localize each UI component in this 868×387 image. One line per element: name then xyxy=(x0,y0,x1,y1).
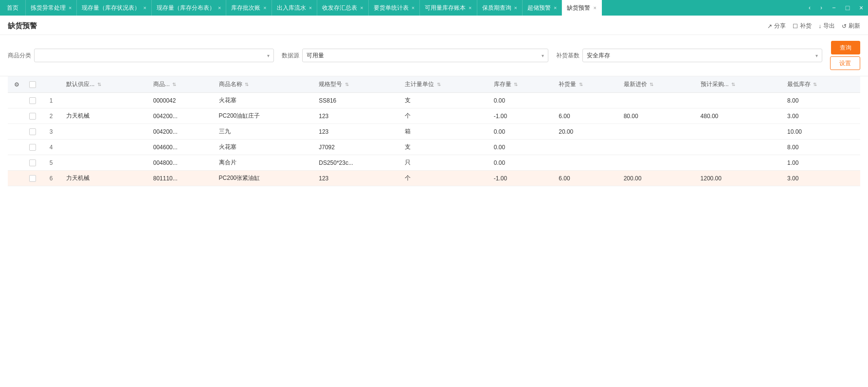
col-header-code[interactable]: 商品... ⇅ xyxy=(149,76,215,93)
row-supplier-cell: 力天机械 xyxy=(62,108,149,124)
replenish-base-select[interactable]: 安全库存 ▾ xyxy=(582,49,822,62)
settings-button[interactable]: 设置 xyxy=(830,56,860,70)
row-name-cell: 离合片 xyxy=(215,155,315,171)
row-gear-cell xyxy=(8,140,25,155)
tab-close-7[interactable]: × xyxy=(412,5,415,11)
query-button[interactable]: 查询 xyxy=(831,41,860,54)
category-select[interactable]: ▾ xyxy=(34,49,274,62)
sort-icon-supplier: ⇅ xyxy=(97,82,101,87)
row-code-cell: 801110... xyxy=(149,171,215,186)
gear-icon: ⚙ xyxy=(14,81,19,88)
col-header-supplier[interactable]: 默认供应... ⇅ xyxy=(62,76,149,93)
header-actions: ↗ 分享 ☐ 补货 ↓ 导出 ↺ 刷新 xyxy=(767,22,860,30)
row-checkbox-4[interactable] xyxy=(29,159,36,166)
tab-label-4: 库存批次账 xyxy=(231,4,260,12)
tab-close-2[interactable]: × xyxy=(143,5,146,11)
col-header-name[interactable]: 商品名称 ⇅ xyxy=(215,76,315,93)
replenish-button[interactable]: ☐ 补货 xyxy=(793,22,812,30)
col-header-latest-price[interactable]: 最新进价 ⇅ xyxy=(620,76,697,93)
tab-nav-left[interactable]: ‹ xyxy=(804,0,815,16)
minimize-button[interactable]: － xyxy=(827,0,841,16)
tab-nav-right[interactable]: › xyxy=(815,0,827,16)
row-check-cell xyxy=(25,124,40,140)
refresh-button[interactable]: ↺ 刷新 xyxy=(842,22,860,30)
col-header-replenish[interactable]: 补货量 ⇅ xyxy=(555,76,619,93)
check-all-checkbox[interactable] xyxy=(29,81,36,88)
tab-home[interactable]: 首页 xyxy=(0,0,26,16)
table-row: 4004600...火花塞J7092支0.008.00 xyxy=(8,140,860,155)
tab-close-3[interactable]: × xyxy=(218,5,221,11)
replenish-base-label: 补货基数 xyxy=(556,52,579,60)
col-header-gear[interactable]: ⚙ xyxy=(8,76,25,93)
sort-icon-name: ⇅ xyxy=(245,82,249,87)
row-spec-cell: J7092 xyxy=(315,140,401,155)
share-button[interactable]: ↗ 分享 xyxy=(767,22,786,30)
tab-item-1[interactable]: 拣货异常处理 × xyxy=(26,0,77,16)
replenish-label: 补货 xyxy=(800,22,812,30)
tab-close-4[interactable]: × xyxy=(263,5,266,11)
tab-item-9[interactable]: 保质期查询 × xyxy=(477,0,523,16)
col-estimated-label: 预计采购... xyxy=(701,81,729,88)
row-num-cell: 5 xyxy=(40,155,62,171)
close-window-icon: × xyxy=(859,4,863,12)
row-name-cell: PC200油缸庄子 xyxy=(215,108,315,124)
col-header-min-stock[interactable]: 最低库存 ⇅ xyxy=(783,76,860,93)
row-checkbox-1[interactable] xyxy=(29,113,36,120)
tab-close-11[interactable]: × xyxy=(593,5,596,11)
row-spec-cell: 123 xyxy=(315,124,401,140)
tab-close-10[interactable]: × xyxy=(554,5,557,11)
row-code-cell: 004800... xyxy=(149,155,215,171)
tab-close-6[interactable]: × xyxy=(360,5,363,11)
row-check-cell xyxy=(25,108,40,124)
col-header-estimated[interactable]: 预计采购... ⇅ xyxy=(697,76,783,93)
export-button[interactable]: ↓ 导出 xyxy=(818,22,835,30)
tab-item-3[interactable]: 现存量（库存分布表） × xyxy=(152,0,226,16)
datasource-filter: 数据源 可用量 ▾ xyxy=(282,49,548,62)
col-header-unit[interactable]: 主计量单位 ⇅ xyxy=(401,76,489,93)
filter-bar: 商品分类 ▾ 数据源 可用量 ▾ 补货基数 安全库存 ▾ 查询 设置 xyxy=(0,35,868,76)
tab-item-7[interactable]: 要货单统计表 × xyxy=(369,0,420,16)
row-min-stock-cell: 3.00 xyxy=(783,171,860,186)
tab-close-1[interactable]: × xyxy=(69,5,72,11)
row-min-stock-cell: 1.00 xyxy=(783,155,860,171)
row-checkbox-3[interactable] xyxy=(29,144,36,151)
tab-close-8[interactable]: × xyxy=(469,5,471,11)
tab-close-9[interactable]: × xyxy=(514,5,517,11)
tab-item-10[interactable]: 超储预警 × xyxy=(523,0,562,16)
col-header-stock[interactable]: 库存量 ⇅ xyxy=(490,76,555,93)
row-supplier-cell: 力天机械 xyxy=(62,171,149,186)
tab-item-4[interactable]: 库存批次账 × xyxy=(226,0,271,16)
close-window-button[interactable]: × xyxy=(854,0,868,16)
datasource-arrow-icon: ▾ xyxy=(542,53,544,58)
tab-item-8[interactable]: 可用量库存账本 × xyxy=(420,0,477,16)
page-title: 缺货预警 xyxy=(8,21,37,31)
maximize-button[interactable]: □ xyxy=(841,0,854,16)
tab-label-6: 收发存汇总表 xyxy=(322,4,357,12)
row-checkbox-2[interactable] xyxy=(29,128,36,135)
row-min-stock-cell: 10.00 xyxy=(783,124,860,140)
datasource-select[interactable]: 可用量 ▾ xyxy=(302,49,548,62)
share-icon: ↗ xyxy=(767,23,772,30)
window-controls: － □ × xyxy=(827,0,868,16)
sort-icon-stock: ⇅ xyxy=(514,82,518,87)
tab-item-2[interactable]: 现存量（库存状况表） × xyxy=(77,0,151,16)
row-unit-cell: 支 xyxy=(401,140,489,155)
col-header-spec[interactable]: 规格型号 ⇅ xyxy=(315,76,401,93)
tab-item-11[interactable]: 缺货预警 × xyxy=(562,0,601,16)
tab-close-5[interactable]: × xyxy=(309,5,312,11)
row-unit-cell: 个 xyxy=(401,171,489,186)
row-checkbox-0[interactable] xyxy=(29,97,36,104)
tab-item-5[interactable]: 出入库流水 × xyxy=(272,0,317,16)
row-stock-cell: -1.00 xyxy=(490,108,555,124)
row-gear-cell xyxy=(8,108,25,124)
tab-item-6[interactable]: 收发存汇总表 × xyxy=(317,0,368,16)
row-check-cell xyxy=(25,140,40,155)
row-latest-price-cell: 200.00 xyxy=(620,171,697,186)
row-checkbox-5[interactable] xyxy=(29,175,36,182)
sort-icon-code: ⇅ xyxy=(172,82,176,87)
replenish-base-arrow-icon: ▾ xyxy=(815,53,818,58)
replenish-base-value: 安全库存 xyxy=(587,52,610,60)
row-estimated-cell xyxy=(697,124,783,140)
row-num-cell: 3 xyxy=(40,124,62,140)
row-min-stock-cell: 8.00 xyxy=(783,140,860,155)
